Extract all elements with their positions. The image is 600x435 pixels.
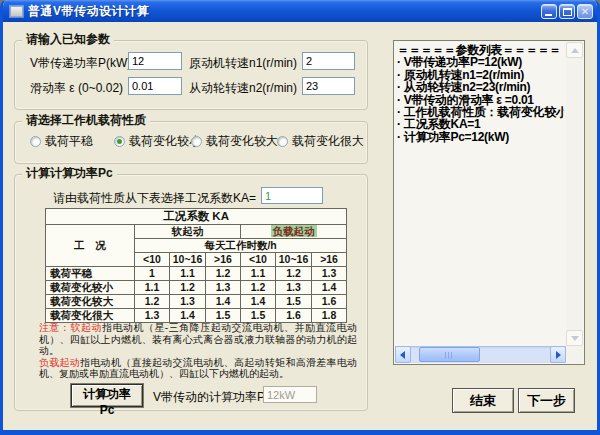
table-row: 载荷平稳 1 1.1 1.2 1.1 1.2 1.3 [46,267,347,281]
motor-speed-input[interactable] [302,52,355,70]
ka-cell: 1.4 [170,309,206,323]
radio-icon [191,136,202,147]
radio-label: 载荷变化很大 [292,133,364,150]
row-label: 载荷变化较小 [46,281,135,295]
pc-calc-caption: 计算计算功率Pc [22,167,117,180]
driven-speed-input[interactable] [302,77,355,95]
ka-cell: 1.4 [241,295,276,309]
radio-label: 载荷平稳 [45,133,93,150]
scroll-left-button[interactable] [395,346,411,363]
maximize-icon [563,8,572,16]
list-item: · 计算功率Pc=12(kW) [397,131,564,143]
hour-col: >16 [206,253,241,267]
hscroll-track[interactable] [411,346,550,363]
load-start-header: 负载起动 [241,225,347,239]
result-label: V带传动的计算功率Pc= [153,389,278,406]
thumb-grip-icon [445,352,454,359]
condition-header: 工 况 [46,225,135,267]
hours-header: 每天工作时数/h [135,239,347,253]
calc-power-button[interactable]: 计算功率Pc [71,384,143,407]
title-bar[interactable]: 普通V带传动设计计算 ✕ [3,0,597,22]
close-icon: ✕ [578,5,592,18]
note-load-term: 负载起动 [39,357,80,368]
load-start-highlight: 负载起动 [271,225,317,237]
ka-cell: 1.6 [312,295,347,309]
motor-speed-label: 原动机转速n1(r/min) [189,55,297,72]
ka-cell: 1.2 [206,267,241,281]
result-output [263,386,317,403]
scroll-right-button[interactable] [550,346,566,363]
slip-rate-label: 滑动率 ε (0~0.02) [30,80,123,97]
hour-col: <10 [241,253,276,267]
app-icon [10,6,23,17]
minimize-icon [545,14,552,16]
note-soft-term: 软起动 [70,322,101,333]
radio-icon [30,136,41,147]
end-button[interactable]: 结束 [452,388,514,413]
note-attention: 注意： [39,322,70,333]
ka-table: 工况系数 KA 工 况 软起动 负载起动 每天工作时数/h <10 10~16 … [45,208,347,323]
row-label: 载荷变化较大 [46,295,135,309]
close-button[interactable]: ✕ [577,4,593,19]
ka-cell: 1.4 [206,295,241,309]
ka-cell: 1.3 [312,267,347,281]
ka-cell: 1.1 [135,281,170,295]
ka-cell: 1.8 [312,309,347,323]
known-params-caption: 请输入已知参数 [22,33,114,46]
soft-start-header: 软起动 [135,225,241,239]
driven-speed-label: 从动轮转速n2(r/min) [189,80,297,97]
client-area: 请输入已知参数 V带传递功率P(kW) 原动机转速n1(r/min) 滑动率 ε… [3,22,597,430]
ka-cell: 1.3 [206,281,241,295]
ka-input[interactable] [261,187,323,204]
load-nature-caption: 请选择工作机载荷性质 [22,114,150,127]
power-label: V带传递功率P(kW) [30,55,131,72]
ka-cell: 1.2 [170,281,206,295]
hour-col: 10~16 [276,253,312,267]
vertical-scrollbar [566,42,583,346]
scroll-up-button [566,42,583,58]
chevron-right-icon [556,351,561,359]
ka-cell: 1.3 [276,281,312,295]
ka-prompt-label: 请由载荷性质从下表选择工况系数KA= [53,190,256,207]
chevron-left-icon [400,351,405,359]
ka-cell: 1.4 [312,281,347,295]
ka-cell: 1.1 [241,267,276,281]
hour-col: >16 [312,253,347,267]
ka-cell: 1.3 [170,295,206,309]
window-title: 普通V带传动设计计算 [28,3,541,20]
radio-load-steady[interactable]: 载荷平稳 [30,135,93,148]
list-item: · V带传递功率P=12(kW) [397,56,564,68]
app-window: 普通V带传动设计计算 ✕ 请输入已知参数 V带传递功率P(kW) 原动机转速n1… [0,0,600,435]
maximize-button[interactable] [559,4,575,19]
radio-load-large-variation[interactable]: 载荷变化较大 [191,135,278,148]
ka-cell: 1.5 [241,309,276,323]
scroll-down-button [566,330,583,346]
ka-cell: 1.2 [276,267,312,281]
table-row: 载荷变化很大 1.3 1.4 1.5 1.5 1.6 1.8 [46,309,347,323]
radio-icon [277,136,288,147]
minimize-button[interactable] [541,4,557,19]
slip-rate-input[interactable] [128,77,182,95]
horizontal-scrollbar[interactable] [395,346,566,363]
list-item: · 从动轮转速n2=23(r/min) [397,81,564,93]
radio-load-very-large-variation[interactable]: 载荷变化很大 [277,135,364,148]
parameter-list[interactable]: ＝＝＝＝＝参数列表＝＝＝＝＝ · V带传递功率P=12(kW) · 原动机转速n… [393,40,585,365]
known-params-group [14,40,368,110]
hour-col: <10 [135,253,170,267]
note-load-desc: 指电动机（直接起动交流电动机、高起动转矩和高滑差率电动机、复励或串励直流电动机）… [39,357,357,380]
ka-cell: 1.5 [276,295,312,309]
ka-table-title: 工况系数 KA [46,209,347,225]
hour-col: 10~16 [170,253,206,267]
radio-label: 载荷变化较大 [206,133,278,150]
ka-cell: 1.1 [170,267,206,281]
radio-icon [114,136,125,147]
hscroll-thumb[interactable] [419,347,480,362]
table-row: 载荷变化较大 1.2 1.3 1.4 1.4 1.5 1.6 [46,295,347,309]
ka-cell: 1.2 [241,281,276,295]
next-button[interactable]: 下一步 [518,388,575,413]
ka-cell: 1.6 [276,309,312,323]
chevron-down-icon [571,336,579,341]
power-input[interactable] [128,52,182,70]
radio-load-small-variation[interactable]: 载荷变化较小 [114,135,201,148]
chevron-up-icon [571,48,579,53]
